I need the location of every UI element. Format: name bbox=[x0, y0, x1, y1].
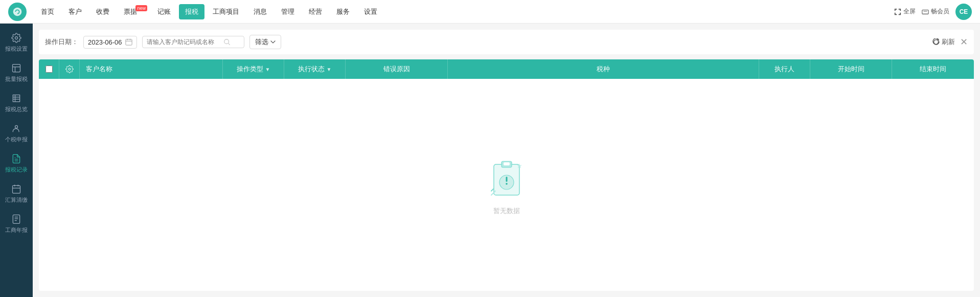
th-op-type[interactable]: 操作类型 ▼ bbox=[223, 59, 284, 79]
content-area: 操作日期： 2023-06-06 筛选 刷新 ✕ bbox=[33, 24, 980, 297]
svg-rect-2 bbox=[13, 65, 20, 72]
empty-state: 暂无数据 bbox=[466, 134, 548, 236]
th-tax-type: 税种 bbox=[448, 59, 759, 79]
top-right: 全屏 畅会员 CE bbox=[894, 4, 972, 20]
close-button[interactable]: ✕ bbox=[960, 37, 968, 47]
nav-service[interactable]: 服务 bbox=[330, 4, 356, 19]
search-input[interactable] bbox=[147, 38, 223, 46]
top-nav: 首页 客户 收费 票据 new 记账 报税 工商项目 消息 管理 经营 服务 设… bbox=[0, 0, 980, 24]
th-error-reason: 错误原因 bbox=[346, 59, 448, 79]
nav-manage[interactable]: 管理 bbox=[275, 4, 301, 19]
th-exec-status[interactable]: 执行状态 ▼ bbox=[284, 59, 346, 79]
sort-arrow-optype: ▼ bbox=[265, 67, 270, 72]
th-end-time: 结束时间 bbox=[892, 59, 974, 79]
sidebar-item-tax-record[interactable]: 报税记录 bbox=[0, 148, 33, 179]
svg-rect-16 bbox=[506, 177, 507, 182]
fullscreen-btn[interactable]: 全屏 bbox=[894, 7, 916, 16]
svg-point-1 bbox=[15, 37, 18, 39]
vip-btn[interactable]: 畅会员 bbox=[922, 7, 949, 16]
sidebar-item-personal-tax[interactable]: 个税申报 bbox=[0, 118, 33, 148]
svg-rect-8 bbox=[13, 215, 19, 224]
sidebar-item-tax-overview[interactable]: 报税总览 bbox=[0, 88, 33, 118]
svg-point-17 bbox=[506, 183, 508, 185]
nav-operation[interactable]: 经营 bbox=[303, 4, 328, 19]
nav-invoice[interactable]: 票据 new bbox=[118, 4, 149, 19]
empty-text: 暂无数据 bbox=[493, 206, 520, 216]
nav-accounting[interactable]: 记账 bbox=[151, 4, 177, 19]
th-gear[interactable] bbox=[59, 59, 80, 79]
th-customer-name: 客户名称 bbox=[80, 59, 223, 79]
filter-button[interactable]: 筛选 bbox=[249, 35, 281, 49]
sidebar-item-annual-report[interactable]: 工商年报 bbox=[0, 209, 33, 239]
empty-illustration bbox=[486, 154, 527, 200]
sidebar: 报税设置 批量报税 报税总览 个税申报 bbox=[0, 24, 33, 297]
nav-settings[interactable]: 设置 bbox=[358, 4, 383, 19]
nav-home[interactable]: 首页 bbox=[35, 4, 60, 19]
nav-tax[interactable]: 报税 bbox=[179, 4, 204, 19]
nav-business[interactable]: 工商项目 bbox=[207, 4, 245, 19]
svg-rect-14 bbox=[504, 162, 510, 165]
svg-rect-7 bbox=[13, 185, 20, 193]
nav-message[interactable]: 消息 bbox=[247, 4, 273, 19]
svg-line-19 bbox=[491, 189, 493, 191]
th-executor: 执行人 bbox=[759, 59, 810, 79]
nav-fee[interactable]: 收费 bbox=[90, 4, 116, 19]
sidebar-item-batch-tax[interactable]: 批量报税 bbox=[0, 58, 33, 88]
main-layout: 报税设置 批量报税 报税总览 个税申报 bbox=[0, 24, 980, 297]
toolbar-right: 刷新 ✕ bbox=[932, 37, 968, 47]
th-start-time: 开始时间 bbox=[810, 59, 892, 79]
svg-rect-0 bbox=[922, 10, 928, 14]
select-all-checkbox[interactable] bbox=[45, 66, 53, 73]
table-body: 暂无数据 bbox=[39, 79, 974, 291]
refresh-button[interactable]: 刷新 bbox=[932, 37, 955, 47]
new-badge: new bbox=[135, 5, 147, 12]
nav-items: 首页 客户 收费 票据 new 记账 报税 工商项目 消息 管理 经营 服务 设… bbox=[35, 4, 894, 19]
date-picker[interactable]: 2023-06-06 bbox=[83, 36, 137, 49]
svg-rect-9 bbox=[125, 39, 131, 45]
sidebar-item-tax-settings[interactable]: 报税设置 bbox=[0, 28, 33, 58]
sidebar-item-annual-settlement[interactable]: 汇算清缴 bbox=[0, 179, 33, 209]
logo[interactable] bbox=[8, 3, 27, 21]
svg-point-11 bbox=[69, 68, 71, 70]
table-header: 客户名称 操作类型 ▼ 执行状态 ▼ 错误原因 税种 执行人 bbox=[39, 59, 974, 79]
svg-point-3 bbox=[15, 125, 18, 128]
search-box[interactable] bbox=[142, 36, 244, 48]
table: 客户名称 操作类型 ▼ 执行状态 ▼ 错误原因 税种 执行人 bbox=[39, 59, 974, 291]
sort-arrow-status: ▼ bbox=[327, 67, 332, 72]
nav-customer[interactable]: 客户 bbox=[62, 4, 88, 19]
avatar[interactable]: CE bbox=[955, 4, 972, 20]
toolbar: 操作日期： 2023-06-06 筛选 刷新 ✕ bbox=[39, 30, 974, 54]
th-checkbox[interactable] bbox=[39, 59, 59, 79]
date-label: 操作日期： bbox=[45, 37, 78, 47]
